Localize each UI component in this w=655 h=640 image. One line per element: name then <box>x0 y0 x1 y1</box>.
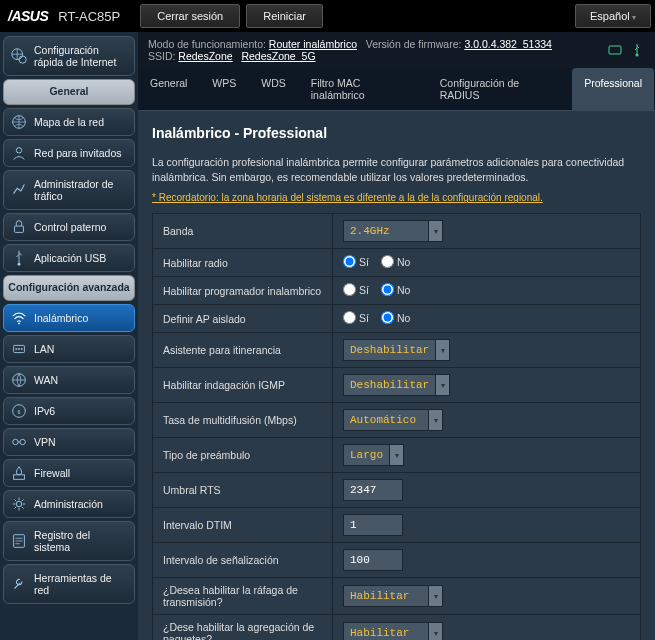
sidebar-label: Red para invitados <box>34 147 122 159</box>
chevron-down-icon[interactable]: ▾ <box>429 220 443 242</box>
usb-status-icon[interactable] <box>629 42 645 58</box>
radio-input[interactable] <box>381 311 394 324</box>
radio-no[interactable]: No <box>381 255 410 268</box>
sidebar-label: Administrador de tráfico <box>34 178 129 202</box>
roaming-select[interactable]: Deshabilitar <box>343 339 436 361</box>
timezone-link[interactable]: * Recordatorio: la zona horaria del sist… <box>152 192 543 203</box>
firewall-icon <box>10 464 28 482</box>
sidebar-item-nettools[interactable]: Herramientas de red <box>3 564 135 604</box>
ssid2-value[interactable]: RedesZone_5G <box>241 50 315 62</box>
mode-label: Modo de funcionamiento: <box>148 38 266 50</box>
radio-input[interactable] <box>343 255 356 268</box>
radio-yes[interactable]: Sí <box>343 255 369 268</box>
lan-status-icon[interactable] <box>607 42 623 58</box>
language-dropdown[interactable]: Español <box>575 4 651 28</box>
band-select[interactable]: 2.4GHz <box>343 220 429 242</box>
aggreg-select[interactable]: Habilitar <box>343 622 429 640</box>
sidebar-item-usb[interactable]: Aplicación USB <box>3 244 135 272</box>
vpn-icon <box>10 433 28 451</box>
ipv6-icon: 6 <box>10 402 28 420</box>
svg-point-14 <box>16 501 21 506</box>
tab-wps[interactable]: WPS <box>200 68 249 110</box>
fw-value[interactable]: 3.0.0.4.382_51334 <box>464 38 552 50</box>
fw-label: Versión de firmware: <box>366 38 462 50</box>
chevron-down-icon[interactable]: ▾ <box>429 622 443 640</box>
row-isolated: Definir AP aisladoSíNo <box>153 305 641 333</box>
label-beacon: Intervalo de señalización <box>153 543 333 578</box>
radio-no[interactable]: No <box>381 311 410 324</box>
svg-point-12 <box>20 439 25 444</box>
sidebar-item-wan[interactable]: WAN <box>3 366 135 394</box>
row-band: Banda2.4GHz▾ <box>153 214 641 249</box>
gear-icon <box>10 495 28 513</box>
label-dtim: Intervalo DTIM <box>153 508 333 543</box>
row-enable-sched: Habilitar programador inalambricoSíNo <box>153 277 641 305</box>
preamble-select[interactable]: Largo <box>343 444 390 466</box>
mode-value[interactable]: Router inalámbrico <box>269 38 357 50</box>
sidebar-category-advanced: Configuración avanzada <box>3 275 135 301</box>
row-preamble: Tipo de preámbuloLargo▾ <box>153 438 641 473</box>
row-rts: Umbral RTS <box>153 473 641 508</box>
svg-point-6 <box>18 322 20 324</box>
logout-button[interactable]: Cerrar sesión <box>140 4 240 28</box>
sidebar-item-guest[interactable]: Red para invitados <box>3 139 135 167</box>
svg-rect-16 <box>609 46 621 54</box>
traffic-icon <box>10 181 28 199</box>
mcast-select[interactable]: Automático <box>343 409 429 431</box>
log-icon <box>10 532 28 550</box>
sidebar-item-traffic[interactable]: Administrador de tráfico <box>3 170 135 210</box>
igmp-select[interactable]: Deshabilitar <box>343 374 436 396</box>
tab-radius[interactable]: Configuración de RADIUS <box>428 68 572 110</box>
tab-wds[interactable]: WDS <box>249 68 299 110</box>
row-enable-radio: Habilitar radioSíNo <box>153 249 641 277</box>
chevron-down-icon[interactable]: ▾ <box>436 339 450 361</box>
sidebar-item-map[interactable]: Mapa de la red <box>3 108 135 136</box>
sidebar-item-syslog[interactable]: Registro del sistema <box>3 521 135 561</box>
radio-input[interactable] <box>381 283 394 296</box>
tab-macfilter[interactable]: Filtro MAC inalámbrico <box>299 68 428 110</box>
radio-no[interactable]: No <box>381 283 410 296</box>
sidebar-item-lan[interactable]: LAN <box>3 335 135 363</box>
chevron-down-icon[interactable]: ▾ <box>429 585 443 607</box>
sidebar-item-firewall[interactable]: Firewall <box>3 459 135 487</box>
sidebar-label: VPN <box>34 436 56 448</box>
sidebar-item-admin[interactable]: Administración <box>3 490 135 518</box>
page-description: La configuración profesional inalámbrica… <box>152 155 641 184</box>
tabs: General WPS WDS Filtro MAC inalámbrico C… <box>138 68 655 111</box>
beacon-input[interactable] <box>343 549 403 571</box>
label-enable-radio: Habilitar radio <box>153 249 333 277</box>
label-preamble: Tipo de preámbulo <box>153 438 333 473</box>
rts-input[interactable] <box>343 479 403 501</box>
guest-network-icon <box>10 144 28 162</box>
reboot-button[interactable]: Reiniciar <box>246 4 323 28</box>
sidebar-item-ipv6[interactable]: 6 IPv6 <box>3 397 135 425</box>
content: Inalámbrico - Professional La configurac… <box>138 111 655 640</box>
label-isolated: Definir AP aislado <box>153 305 333 333</box>
svg-rect-13 <box>14 475 25 480</box>
sidebar-item-parental[interactable]: Control paterno <box>3 213 135 241</box>
chevron-down-icon[interactable]: ▾ <box>436 374 450 396</box>
label-txburst: ¿Desea habilitar la ráfaga de transmisió… <box>153 578 333 615</box>
sidebar-item-wireless[interactable]: Inalámbrico <box>3 304 135 332</box>
svg-point-1 <box>19 56 26 63</box>
chevron-down-icon[interactable]: ▾ <box>429 409 443 431</box>
row-dtim: Intervalo DTIM <box>153 508 641 543</box>
svg-point-11 <box>13 439 18 444</box>
sidebar-item-vpn[interactable]: VPN <box>3 428 135 456</box>
radio-input[interactable] <box>343 283 356 296</box>
chevron-down-icon[interactable]: ▾ <box>390 444 404 466</box>
radio-yes[interactable]: Sí <box>343 311 369 324</box>
radio-input[interactable] <box>343 311 356 324</box>
txburst-select[interactable]: Habilitar <box>343 585 429 607</box>
label-igmp: Habilitar indagación IGMP <box>153 368 333 403</box>
dtim-input[interactable] <box>343 514 403 536</box>
sidebar-label: Mapa de la red <box>34 116 104 128</box>
sidebar: Configuración rápida de Internet General… <box>0 32 138 640</box>
radio-yes[interactable]: Sí <box>343 283 369 296</box>
radio-input[interactable] <box>381 255 394 268</box>
sidebar-item-quick[interactable]: Configuración rápida de Internet <box>3 36 135 76</box>
sidebar-label: Administración <box>34 498 103 510</box>
tab-professional[interactable]: Professional <box>572 68 655 110</box>
tab-general[interactable]: General <box>138 68 200 110</box>
ssid1-value[interactable]: RedesZone <box>178 50 232 62</box>
